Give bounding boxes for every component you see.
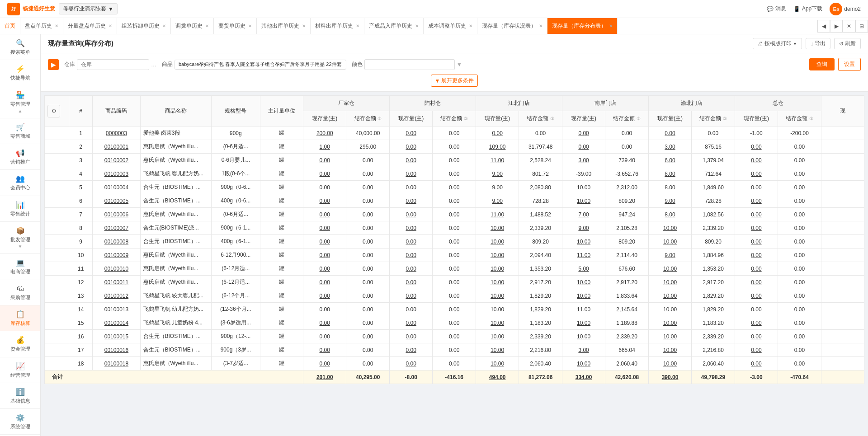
table-cell[interactable]: 10.00 bbox=[649, 221, 692, 235]
table-cell[interactable]: 10.00 bbox=[649, 330, 692, 343]
table-cell[interactable]: 0.00 bbox=[735, 140, 778, 154]
summary-fac-qty[interactable]: 201.00 bbox=[303, 370, 346, 384]
tab-stock-status[interactable]: 现存量（库存状况表） ✕ bbox=[477, 18, 547, 34]
summary-yb-qty[interactable]: 390.00 bbox=[649, 370, 692, 384]
tab-cost-adjust[interactable]: 成本调整单历史 ✕ bbox=[424, 18, 477, 34]
table-cell[interactable]: 0.00 bbox=[303, 276, 346, 289]
tab-prev-btn[interactable]: ◀ bbox=[817, 20, 830, 33]
table-cell[interactable]: 10.00 bbox=[562, 330, 605, 343]
sidebar-item-stock[interactable]: 📋 库存核算 bbox=[0, 305, 40, 331]
table-cell[interactable]: 00100011 bbox=[93, 276, 140, 289]
table-cell[interactable]: 10.00 bbox=[649, 343, 692, 357]
table-cell[interactable]: 0.00 bbox=[303, 357, 346, 370]
table-cell[interactable]: 0.00 bbox=[303, 343, 346, 357]
table-cell[interactable]: 00100007 bbox=[93, 221, 140, 235]
table-cell[interactable]: 0.00 bbox=[735, 357, 778, 370]
table-cell[interactable]: 0.00 bbox=[390, 330, 433, 343]
table-cell[interactable]: 00100015 bbox=[93, 330, 140, 343]
tab-home[interactable]: 首页 bbox=[0, 18, 20, 34]
table-cell[interactable]: 0.00 bbox=[303, 154, 346, 167]
table-cell[interactable]: 10.00 bbox=[649, 276, 692, 289]
table-cell[interactable]: 10.00 bbox=[649, 262, 692, 276]
info-icon[interactable]: ② bbox=[464, 116, 468, 121]
tab-close-all-btn[interactable]: ✕ bbox=[843, 20, 855, 33]
close-icon[interactable]: ✕ bbox=[356, 23, 359, 28]
table-cell[interactable]: 9.00 bbox=[476, 194, 519, 208]
table-cell[interactable]: 8.00 bbox=[649, 167, 692, 181]
close-icon[interactable]: ✕ bbox=[302, 23, 306, 28]
table-cell[interactable]: 9.00 bbox=[476, 181, 519, 194]
table-cell[interactable]: 9.00 bbox=[562, 221, 605, 235]
table-cell[interactable]: 11.00 bbox=[476, 208, 519, 221]
refresh-btn[interactable]: ↺ 刷新 bbox=[834, 38, 861, 49]
sidebar-item-retail-stats[interactable]: 📊 零售统计 bbox=[0, 196, 40, 222]
table-cell[interactable]: 200.00 bbox=[303, 127, 346, 140]
summary-lu-qty[interactable]: -8.00 bbox=[390, 370, 433, 384]
table-cell[interactable]: 6.00 bbox=[649, 154, 692, 167]
summary-jb-qty[interactable]: 494.00 bbox=[476, 370, 519, 384]
table-cell[interactable]: 0.00 bbox=[390, 221, 433, 235]
tab-requisition[interactable]: 要货单历史 ✕ bbox=[214, 18, 257, 34]
table-cell[interactable]: 0.00 bbox=[390, 248, 433, 262]
sidebar-item-nav[interactable]: ⚡ 快捷导航 bbox=[0, 60, 40, 86]
table-cell[interactable]: 00100002 bbox=[93, 154, 140, 167]
table-cell[interactable]: 11.00 bbox=[562, 303, 605, 316]
table-cell[interactable]: 00100009 bbox=[93, 248, 140, 262]
close-icon[interactable]: ✕ bbox=[248, 23, 252, 28]
table-cell[interactable]: 0.00 bbox=[303, 303, 346, 316]
info-icon[interactable]: ② bbox=[809, 116, 813, 121]
sidebar-item-finance[interactable]: 💰 资金管理 bbox=[0, 331, 40, 357]
table-cell[interactable]: 10.00 bbox=[649, 235, 692, 248]
sidebar-item-operation[interactable]: 📈 经营管理 bbox=[0, 357, 40, 383]
table-cell[interactable]: 00100008 bbox=[93, 235, 140, 248]
table-cell[interactable]: 10.00 bbox=[649, 316, 692, 330]
table-cell[interactable]: 0.00 bbox=[390, 289, 433, 303]
table-cell[interactable]: 0.00 bbox=[562, 127, 605, 140]
table-cell[interactable]: 0.00 bbox=[735, 330, 778, 343]
table-cell[interactable]: 00100001 bbox=[93, 140, 140, 154]
table-cell[interactable]: 0.00 bbox=[303, 330, 346, 343]
table-cell[interactable]: 0.00 bbox=[649, 127, 692, 140]
table-cell[interactable]: 10.00 bbox=[476, 262, 519, 276]
table-cell[interactable]: 0.00 bbox=[735, 289, 778, 303]
table-cell[interactable]: 0.00 bbox=[390, 194, 433, 208]
sidebar-item-search[interactable]: 🔍 搜索英单 bbox=[0, 34, 40, 60]
table-cell[interactable]: 0.00 bbox=[390, 167, 433, 181]
table-cell[interactable]: 10.00 bbox=[562, 235, 605, 248]
info-icon[interactable]: ② bbox=[377, 116, 382, 121]
table-cell[interactable]: 8.00 bbox=[649, 208, 692, 221]
table-cell[interactable]: 10.00 bbox=[476, 289, 519, 303]
table-cell[interactable]: 00100012 bbox=[93, 289, 140, 303]
info-icon[interactable]: ② bbox=[550, 116, 554, 121]
table-cell[interactable]: 10.00 bbox=[476, 343, 519, 357]
table-cell[interactable]: 00100016 bbox=[93, 343, 140, 357]
table-cell[interactable]: 10.00 bbox=[562, 289, 605, 303]
table-cell[interactable]: 0.00 bbox=[390, 235, 433, 248]
table-cell[interactable]: 0.00 bbox=[303, 208, 346, 221]
table-cell[interactable]: 10.00 bbox=[562, 194, 605, 208]
table-cell[interactable]: 3.00 bbox=[649, 140, 692, 154]
close-icon[interactable]: ✕ bbox=[205, 23, 209, 28]
table-cell[interactable]: 10.00 bbox=[476, 357, 519, 370]
table-cell[interactable]: 0.00 bbox=[735, 276, 778, 289]
tab-next-btn[interactable]: ▶ bbox=[830, 20, 843, 33]
table-cell[interactable]: 10.00 bbox=[476, 235, 519, 248]
table-cell[interactable]: 0.00 bbox=[735, 235, 778, 248]
table-cell[interactable]: 109.00 bbox=[476, 140, 519, 154]
table-cell[interactable]: 0.00 bbox=[390, 316, 433, 330]
table-cell[interactable]: 10.00 bbox=[476, 276, 519, 289]
sidebar-item-member[interactable]: 👥 会员中心 bbox=[0, 170, 40, 196]
tab-transfer[interactable]: 调拨单历史 ✕ bbox=[171, 18, 214, 34]
table-cell[interactable]: 0.00 bbox=[303, 289, 346, 303]
tab-product-in[interactable]: 产成品入库单历史 ✕ bbox=[364, 18, 424, 34]
table-cell[interactable]: 0000003 bbox=[93, 127, 140, 140]
app-download-btn[interactable]: 📱 App下载 bbox=[793, 5, 822, 13]
table-cell[interactable]: 0.00 bbox=[303, 262, 346, 276]
summary-total-qty[interactable]: -3.00 bbox=[735, 370, 778, 384]
table-cell[interactable]: 0.00 bbox=[735, 154, 778, 167]
table-cell[interactable]: 0.00 bbox=[303, 316, 346, 330]
table-cell[interactable]: 0.00 bbox=[303, 181, 346, 194]
table-cell[interactable]: 00100006 bbox=[93, 208, 140, 221]
table-cell[interactable]: 0.00 bbox=[390, 127, 433, 140]
table-cell[interactable]: 0.00 bbox=[390, 343, 433, 357]
